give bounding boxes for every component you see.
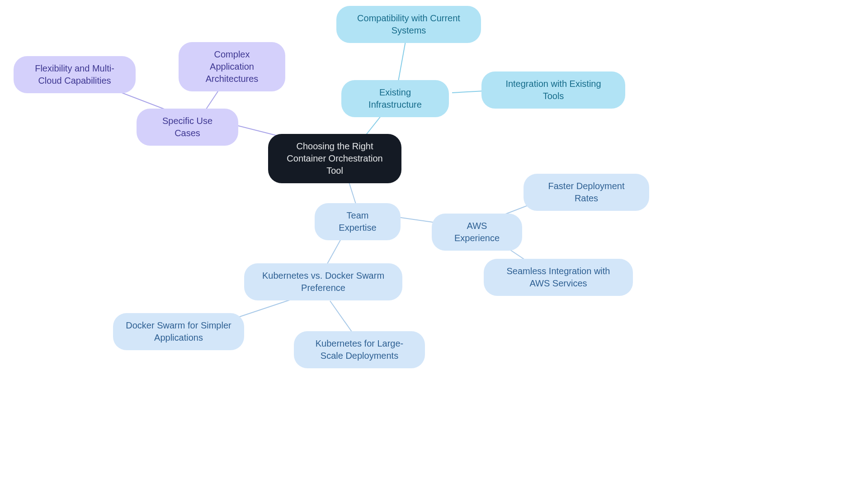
compatibility-label: Compatibility with Current Systems — [349, 12, 468, 37]
flexibility-label: Flexibility and Multi-Cloud Capabilities — [26, 62, 123, 87]
center-node: Choosing the Right Container Orchestrati… — [268, 134, 401, 183]
k8s-swarm-label: Kubernetes vs. Docker Swarm Preference — [257, 270, 390, 294]
complex-arch-node: Complex Application Architectures — [179, 42, 285, 91]
infrastructure-label: Existing Infrastructure — [354, 86, 436, 111]
docker-swarm-label: Docker Swarm for Simpler Applications — [126, 319, 231, 344]
integration-tools-label: Integration with Existing Tools — [494, 78, 613, 102]
team-expertise-node: Team Expertise — [315, 203, 401, 240]
infrastructure-node: Existing Infrastructure — [341, 80, 449, 117]
center-label: Choosing the Right Container Orchestrati… — [281, 140, 389, 177]
docker-swarm-node: Docker Swarm for Simpler Applications — [113, 313, 244, 350]
aws-experience-node: AWS Experience — [432, 214, 522, 251]
aws-experience-label: AWS Experience — [444, 220, 509, 244]
kubernetes-large-label: Kubernetes for Large-Scale Deployments — [307, 338, 412, 362]
k8s-swarm-node: Kubernetes vs. Docker Swarm Preference — [244, 263, 402, 300]
seamless-aws-node: Seamless Integration with AWS Services — [484, 259, 633, 296]
complex-arch-label: Complex Application Architectures — [191, 48, 273, 85]
use-cases-label: Specific Use Cases — [149, 115, 226, 139]
faster-deployment-label: Faster Deployment Rates — [536, 180, 637, 205]
seamless-aws-label: Seamless Integration with AWS Services — [496, 265, 620, 290]
flexibility-node: Flexibility and Multi-Cloud Capabilities — [14, 56, 136, 93]
team-expertise-label: Team Expertise — [327, 209, 388, 234]
use-cases-node: Specific Use Cases — [137, 109, 238, 146]
compatibility-node: Compatibility with Current Systems — [336, 6, 481, 43]
integration-tools-node: Integration with Existing Tools — [481, 71, 625, 109]
faster-deployment-node: Faster Deployment Rates — [524, 174, 649, 211]
kubernetes-large-node: Kubernetes for Large-Scale Deployments — [294, 331, 425, 368]
